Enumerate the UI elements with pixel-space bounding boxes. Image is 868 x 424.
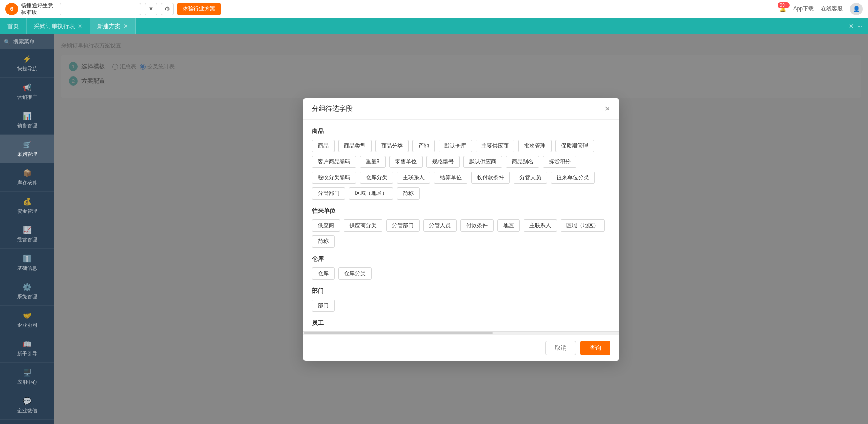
field-payment-condition[interactable]: 付款条件 (460, 219, 494, 232)
tab-bar: 首页 采购订单执行表 ✕ 新建方案 ✕ ✕ ⋯ (0, 18, 868, 34)
tab-home[interactable]: 首页 (0, 18, 27, 34)
app-center-icon: 🖥️ (23, 368, 32, 377)
logo-sub: 标准版 (21, 9, 53, 15)
sidebar-item-wechat[interactable]: 💬 企业微信 (0, 391, 54, 420)
field-weight3[interactable]: 重量3 (360, 156, 386, 168)
field-product-type[interactable]: 商品类型 (338, 140, 372, 152)
settings-btn[interactable]: ⚙ (161, 3, 174, 15)
sidebar-item-app-center[interactable]: 🖥️ 应用中心 (0, 363, 54, 391)
field-default-warehouse[interactable]: 默认仓库 (439, 140, 472, 152)
app-download-link[interactable]: App下载 (793, 5, 814, 13)
field-party-category[interactable]: 往来单位分类 (551, 172, 595, 184)
field-main-supplier[interactable]: 主要供应商 (476, 140, 514, 152)
section-employee: 员工 业务员 (312, 319, 610, 331)
section-partner-title: 往来单位 (312, 207, 610, 215)
modal-horizontal-scrollbar[interactable] (303, 331, 619, 335)
guide-icon: 📖 (23, 340, 32, 348)
field-dept-manage[interactable]: 分管部门 (312, 187, 345, 200)
sidebar-item-collab-label: 企业协同 (17, 322, 37, 329)
sidebar-item-guide[interactable]: 📖 新手引导 (0, 334, 54, 363)
sidebar-item-wechat-label: 企业微信 (17, 407, 37, 414)
sidebar-item-inventory[interactable]: 📦 库存核算 (0, 163, 54, 192)
field-expiry-mgmt[interactable]: 保质期管理 (555, 140, 594, 152)
sidebar: 🔍 搜索菜单 ⚡ 快捷导航 📢 营销推广 📊 销售管理 🛒 采购管理 📦 库存核… (0, 34, 54, 424)
field-partner-person[interactable]: 分管人员 (423, 219, 457, 232)
field-default-supplier[interactable]: 默认供应商 (463, 156, 502, 168)
sidebar-item-system-label: 系统管理 (17, 293, 37, 300)
sidebar-item-operations[interactable]: 📈 经营管理 (0, 220, 54, 249)
logo-text-line1: 畅捷通好生意 (21, 2, 53, 9)
field-warehouse[interactable]: 仓库 (312, 267, 335, 280)
tab-expand-icon[interactable]: ✕ (849, 23, 854, 29)
tab-purchase-exec[interactable]: 采购订单执行表 ✕ (27, 18, 90, 34)
field-retail-unit[interactable]: 零售单位 (389, 156, 423, 168)
field-responsible-person[interactable]: 分管人员 (514, 172, 547, 184)
field-area[interactable]: 地区 (497, 219, 520, 232)
sidebar-item-finance[interactable]: 💰 资金管理 (0, 192, 54, 220)
sidebar-item-app-center-label: 应用中心 (17, 379, 37, 386)
field-main-contact[interactable]: 主联系人 (397, 172, 430, 184)
sidebar-item-collab[interactable]: 🤝 企业协同 (0, 306, 54, 334)
field-product[interactable]: 商品 (312, 140, 335, 152)
tab-purchase-exec-label: 采购订单执行表 (34, 22, 75, 30)
sidebar-item-sales[interactable]: 📊 销售管理 (0, 106, 54, 135)
search-input[interactable] (60, 3, 141, 15)
field-settlement-unit[interactable]: 结算单位 (434, 172, 467, 184)
section-employee-title: 员工 (312, 319, 610, 327)
sidebar-item-member[interactable]: 👑 畅会员 (0, 420, 54, 424)
sidebar-search[interactable]: 🔍 搜索菜单 (0, 34, 54, 49)
modal-body: 商品 商品 商品类型 商品分类 产地 默认仓库 主要供应商 批次管理 保质期管理… (303, 120, 619, 331)
section-department-title: 部门 (312, 287, 610, 295)
field-batch-mgmt[interactable]: 批次管理 (518, 140, 552, 152)
sidebar-search-label: 搜索菜单 (13, 38, 35, 46)
field-product-category[interactable]: 商品分类 (375, 140, 409, 152)
field-warehouse-cat[interactable]: 仓库分类 (338, 267, 372, 280)
field-spec-model[interactable]: 规格型号 (426, 156, 460, 168)
sidebar-item-marketing[interactable]: 📢 营销推广 (0, 78, 54, 106)
tab-new-plan-close-icon[interactable]: ✕ (123, 23, 128, 29)
section-product: 商品 商品 商品类型 商品分类 产地 默认仓库 主要供应商 批次管理 保质期管理… (312, 127, 610, 200)
field-region-product[interactable]: 区域（地区） (349, 187, 393, 200)
field-partner-short-name[interactable]: 简称 (312, 235, 335, 248)
sidebar-item-system[interactable]: ⚙️ 系统管理 (0, 277, 54, 306)
section-partner: 往来单位 供应商 供应商分类 分管部门 分管人员 付款条件 地区 主联系人 区域… (312, 207, 610, 248)
sidebar-item-basic-info[interactable]: ℹ️ 基础信息 (0, 249, 54, 277)
inventory-icon: 📦 (23, 169, 32, 177)
tab-more-icon[interactable]: ⋯ (857, 23, 863, 29)
sidebar-item-operations-label: 经营管理 (17, 236, 37, 243)
marketing-icon: 📢 (23, 83, 32, 92)
notification-bell[interactable]: 🔔 99+ (779, 6, 786, 12)
field-department[interactable]: 部门 (312, 300, 335, 312)
online-service-link[interactable]: 在线客服 (821, 5, 843, 13)
field-partner-main-contact[interactable]: 主联系人 (524, 219, 557, 232)
field-customer-code[interactable]: 客户商品编码 (312, 156, 356, 168)
notification-count: 99+ (778, 2, 790, 8)
field-pick-points[interactable]: 拣货积分 (543, 156, 576, 168)
experience-btn[interactable]: 体验行业方案 (177, 3, 221, 15)
user-avatar[interactable]: 👤 (850, 3, 863, 15)
section-product-grid: 商品 商品类型 商品分类 产地 默认仓库 主要供应商 批次管理 保质期管理 客户… (312, 140, 610, 200)
field-product-alias[interactable]: 商品别名 (506, 156, 539, 168)
wechat-icon: 💬 (23, 397, 32, 405)
dropdown-arrow-btn[interactable]: ▼ (145, 3, 157, 15)
sidebar-item-inventory-label: 库存核算 (17, 179, 37, 186)
field-warehouse-category[interactable]: 仓库分类 (360, 172, 393, 184)
field-tax-code[interactable]: 税收分类编码 (312, 172, 356, 184)
field-supplier-category[interactable]: 供应商分类 (344, 219, 382, 232)
field-payment-terms[interactable]: 收付款条件 (471, 172, 510, 184)
quick-nav-icon: ⚡ (23, 55, 32, 63)
field-supplier[interactable]: 供应商 (312, 219, 340, 232)
field-short-name-product[interactable]: 简称 (397, 187, 420, 200)
search-icon: 🔍 (4, 39, 10, 45)
tab-purchase-close-icon[interactable]: ✕ (78, 23, 82, 29)
field-partner-region[interactable]: 区域（地区） (561, 219, 605, 232)
cancel-button[interactable]: 取消 (545, 341, 576, 355)
modal-close-icon[interactable]: ✕ (604, 105, 610, 113)
field-origin[interactable]: 产地 (412, 140, 435, 152)
sidebar-item-purchase[interactable]: 🛒 采购管理 (0, 135, 54, 163)
sidebar-item-quick-nav[interactable]: ⚡ 快捷导航 (0, 49, 54, 78)
confirm-button[interactable]: 查询 (580, 341, 610, 355)
field-partner-dept[interactable]: 分管部门 (386, 219, 420, 232)
modal-overlay: 分组待选字段 ✕ 商品 商品 商品类型 商品分类 产地 默认仓库 (54, 34, 868, 424)
tab-new-plan[interactable]: 新建方案 ✕ (90, 18, 136, 34)
